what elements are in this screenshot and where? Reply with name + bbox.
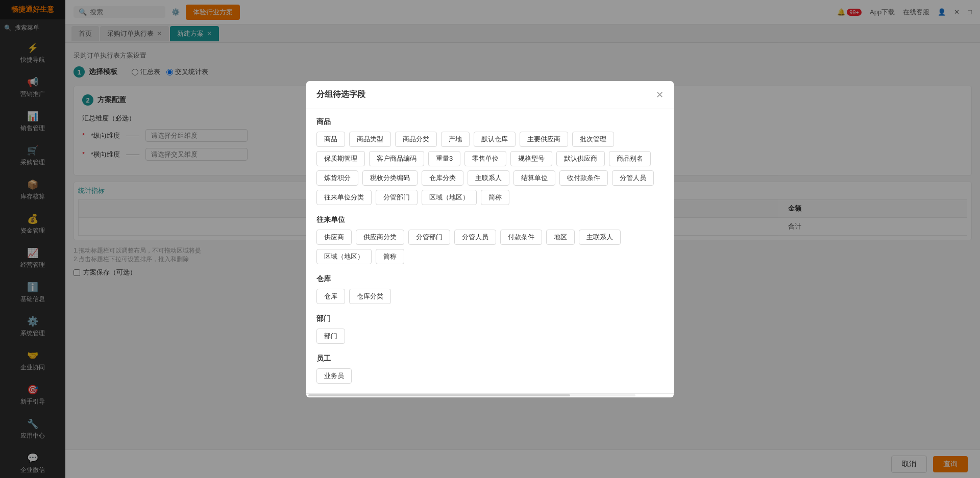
field-tags-employee: 业务员 [316, 368, 664, 384]
field-tag-默认仓库[interactable]: 默认仓库 [474, 132, 516, 147]
section-warehouse: 仓库仓库仓库分类 [316, 274, 664, 304]
field-tag-仓库[interactable]: 仓库 [316, 289, 345, 304]
field-tag-区域（地区）[interactable]: 区域（地区） [422, 190, 477, 205]
field-tag-收付款条件[interactable]: 收付款条件 [559, 170, 608, 186]
field-tag-地区[interactable]: 地区 [546, 230, 575, 245]
field-tag-简称[interactable]: 简称 [481, 190, 509, 205]
modal-body: 商品商品商品类型商品分类产地默认仓库主要供应商批次管理保质期管理客户商品编码重量… [306, 109, 674, 393]
section-title-product: 商品 [316, 117, 664, 127]
modal-overlay[interactable]: 分组待选字段 ✕ 商品商品商品类型商品分类产地默认仓库主要供应商批次管理保质期管… [0, 0, 980, 478]
field-tag-主联系人[interactable]: 主联系人 [468, 170, 509, 186]
modal-close-icon[interactable]: ✕ [656, 89, 664, 100]
section-partner: 往来单位供应商供应商分类分管部门分管人员付款条件地区主联系人区域（地区）简称 [316, 215, 664, 264]
field-tag-主联系人[interactable]: 主联系人 [579, 230, 621, 245]
field-tag-付款条件[interactable]: 付款条件 [500, 230, 542, 245]
modal-title: 分组待选字段 [316, 89, 365, 100]
field-tag-业务员[interactable]: 业务员 [316, 368, 352, 384]
field-tags-partner: 供应商供应商分类分管部门分管人员付款条件地区主联系人区域（地区）简称 [316, 230, 664, 264]
field-tag-零售单位[interactable]: 零售单位 [464, 151, 506, 166]
section-title-department: 部门 [316, 314, 664, 323]
field-tag-商品别名[interactable]: 商品别名 [609, 151, 651, 166]
modal-horizontal-scrollbar[interactable] [306, 393, 674, 397]
field-tag-部门[interactable]: 部门 [316, 329, 345, 344]
field-tags-department: 部门 [316, 329, 664, 344]
section-employee: 员工业务员 [316, 354, 664, 384]
field-tag-供应商分类[interactable]: 供应商分类 [356, 230, 404, 245]
section-title-employee: 员工 [316, 354, 664, 363]
section-title-warehouse: 仓库 [316, 274, 664, 284]
field-tag-结算单位[interactable]: 结算单位 [513, 170, 555, 186]
modal: 分组待选字段 ✕ 商品商品商品类型商品分类产地默认仓库主要供应商批次管理保质期管… [306, 81, 674, 397]
field-tag-炼货积分[interactable]: 炼货积分 [316, 170, 358, 186]
field-tag-客户商品编码[interactable]: 客户商品编码 [369, 151, 424, 166]
field-tag-分管人员[interactable]: 分管人员 [612, 170, 654, 186]
field-tag-规格型号[interactable]: 规格型号 [510, 151, 552, 166]
field-tag-税收分类编码[interactable]: 税收分类编码 [362, 170, 418, 186]
field-tag-主要供应商[interactable]: 主要供应商 [520, 132, 568, 147]
field-tag-重量3[interactable]: 重量3 [428, 151, 460, 166]
field-tag-供应商[interactable]: 供应商 [316, 230, 352, 245]
field-tag-区域（地区）[interactable]: 区域（地区） [316, 249, 372, 264]
field-tag-批次管理[interactable]: 批次管理 [572, 132, 614, 147]
field-tag-仓库分类[interactable]: 仓库分类 [349, 289, 391, 304]
field-tags-warehouse: 仓库仓库分类 [316, 289, 664, 304]
field-tag-分管部门[interactable]: 分管部门 [408, 230, 450, 245]
field-tag-商品[interactable]: 商品 [316, 132, 345, 147]
field-tag-分管部门[interactable]: 分管部门 [376, 190, 418, 205]
section-department: 部门部门 [316, 314, 664, 344]
field-tag-分管人员[interactable]: 分管人员 [454, 230, 496, 245]
field-tags-product: 商品商品类型商品分类产地默认仓库主要供应商批次管理保质期管理客户商品编码重量3零… [316, 132, 664, 205]
field-tag-保质期管理[interactable]: 保质期管理 [316, 151, 365, 166]
field-tag-商品类型[interactable]: 商品类型 [349, 132, 391, 147]
field-tag-产地[interactable]: 产地 [441, 132, 470, 147]
field-tag-简称[interactable]: 简称 [376, 249, 404, 264]
field-tag-商品分类[interactable]: 商品分类 [395, 132, 437, 147]
modal-header: 分组待选字段 ✕ [306, 81, 674, 109]
field-tag-往来单位分类[interactable]: 往来单位分类 [316, 190, 372, 205]
section-title-partner: 往来单位 [316, 215, 664, 224]
field-tag-默认供应商[interactable]: 默认供应商 [556, 151, 605, 166]
field-tag-仓库分类[interactable]: 仓库分类 [422, 170, 463, 186]
section-product: 商品商品商品类型商品分类产地默认仓库主要供应商批次管理保质期管理客户商品编码重量… [316, 117, 664, 205]
